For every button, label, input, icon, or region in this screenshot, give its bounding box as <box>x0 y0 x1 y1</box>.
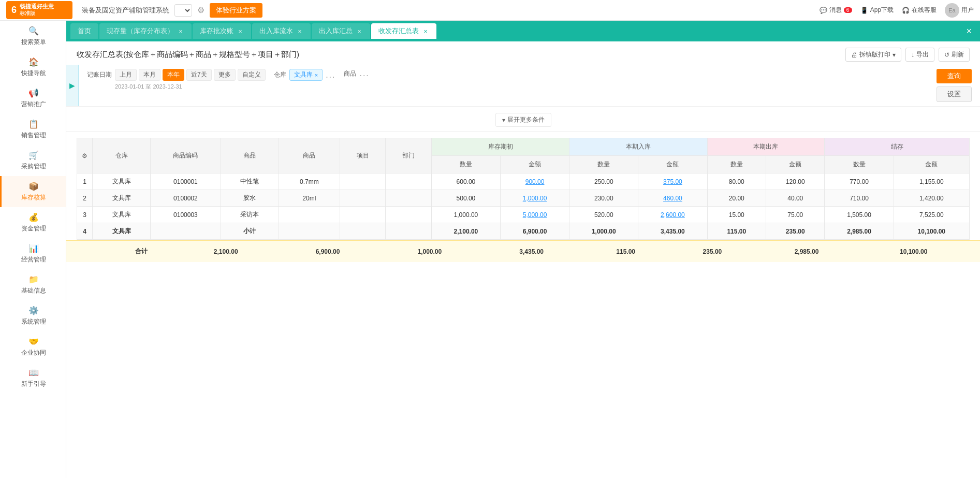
expand-more-btn[interactable]: ▾ 展开更多条件 <box>495 113 551 127</box>
main-layout: 🔍 搜索菜单 🏠 快捷导航 📢 营销推广 📋 销售管理 🛒 采购管理 📦 库存核… <box>0 21 980 478</box>
cell-open-amt: 1,000.00 <box>501 190 569 207</box>
tab-in-out-flow[interactable]: 出入库流水 × <box>252 23 311 39</box>
tab-recv-send-close[interactable]: × <box>422 27 429 35</box>
cell-dept <box>386 190 431 207</box>
tab-inventory-dist-label: 现存量（库存分布表） <box>107 26 174 36</box>
tab-in-out-flow-label: 出入库流水 <box>259 26 293 36</box>
cell-in-amt: 460.00 <box>638 190 707 207</box>
cell-name: 采访本 <box>221 207 279 223</box>
cell-out-qty[interactable]: 15.00 <box>707 207 766 223</box>
sidebar-item-purchase[interactable]: 🛒 采购管理 <box>0 145 66 176</box>
cell-in-qty[interactable]: 230.00 <box>569 190 638 207</box>
cell-spec <box>279 223 340 240</box>
sidebar-item-enterprise[interactable]: 🤝 企业协同 <box>0 331 66 363</box>
tab-batch-ledger-close[interactable]: × <box>237 27 244 35</box>
date-last-month[interactable]: 上月 <box>115 69 137 81</box>
sidebar-item-system[interactable]: ⚙️ 系统管理 <box>0 300 66 331</box>
system-selector[interactable] <box>174 4 192 17</box>
tab-recv-send-label: 收发存汇总表 <box>378 26 419 36</box>
date-this-month[interactable]: 本月 <box>139 69 160 81</box>
table-row: 1 文具库 0100001 中性笔 0.7mm 600.00 900.00 25… <box>77 173 970 190</box>
trial-button[interactable]: 体验行业方案 <box>210 3 262 18</box>
sidebar-item-sales[interactable]: 📋 销售管理 <box>0 114 66 145</box>
sidebar-item-quicknav[interactable]: 🏠 快捷导航 <box>0 52 66 83</box>
cell-out-qty[interactable]: 80.00 <box>707 173 766 190</box>
refresh-button[interactable]: ↺ 刷新 <box>939 48 970 62</box>
warehouse-tag-close[interactable]: × <box>315 72 318 78</box>
print-button[interactable]: 🖨 拆镇版打印 ▾ <box>845 48 901 62</box>
settings-button[interactable]: 设置 <box>937 86 972 102</box>
table-row: 2 文具库 0100002 胶水 20ml 500.00 1,000.00 23… <box>77 190 970 207</box>
tab-batch-ledger[interactable]: 库存批次账 × <box>193 23 251 39</box>
online-service-btn[interactable]: 🎧 在线客服 <box>902 6 937 15</box>
cell-bal-amt: 7,525.00 <box>894 207 969 223</box>
sidebar-label-system: 系统管理 <box>21 317 46 326</box>
cell-code <box>151 223 221 240</box>
avatar-initials: Ea <box>948 7 955 13</box>
cell-name: 胶水 <box>221 190 279 207</box>
user-btn[interactable]: Ea 用户 <box>945 3 974 18</box>
date-more[interactable]: 更多 <box>214 69 236 81</box>
cell-code: 0100003 <box>151 207 221 223</box>
date-buttons-col: 上月 本月 本年 近7天 更多 自定义 2023-01-01 至 2023-12… <box>115 69 266 91</box>
sidebar-item-marketing[interactable]: 📢 营销推广 <box>0 83 66 114</box>
query-button[interactable]: 查询 <box>937 69 972 83</box>
avatar: Ea <box>945 3 959 18</box>
message-btn[interactable]: 💬 消息 6 <box>820 6 852 15</box>
cell-in-qty: 1,000.00 <box>569 223 638 240</box>
goods-more-dots[interactable]: ... <box>359 69 369 78</box>
message-label: 消息 <box>829 6 842 15</box>
date-this-year[interactable]: 本年 <box>163 69 184 81</box>
chevron-right-icon: ▶ <box>69 81 75 90</box>
date-custom[interactable]: 自定义 <box>238 69 266 81</box>
sidebar-item-operations[interactable]: 📊 经营管理 <box>0 238 66 269</box>
global-close-btn[interactable]: × <box>962 26 976 37</box>
tab-recv-send-summary[interactable]: 收发存汇总表 × <box>371 23 436 39</box>
online-service-label: 在线客服 <box>912 6 937 15</box>
footer-open-amt: 6,900.00 <box>277 245 379 258</box>
home-icon: 🏠 <box>28 57 39 67</box>
sidebar-item-basic[interactable]: 📁 基础信息 <box>0 269 66 300</box>
inventory-icon: 📦 <box>28 181 39 191</box>
tab-in-out-flow-close[interactable]: × <box>296 27 303 35</box>
cell-bal-amt: 10,100.00 <box>894 223 969 240</box>
cell-code: 0100002 <box>151 190 221 207</box>
logo-number: 6 <box>11 5 17 16</box>
sidebar-label-sales: 销售管理 <box>21 131 46 140</box>
tab-inventory-dist-close[interactable]: × <box>177 27 184 35</box>
sidebar-label-marketing: 营销推广 <box>21 100 46 109</box>
page-title: 收发存汇总表(按仓库＋商品编码＋商品＋规格型号＋项目＋部门) <box>77 50 299 60</box>
tab-in-out-summary-close[interactable]: × <box>356 27 363 35</box>
query-btns: 查询 设置 <box>937 69 972 102</box>
app-download-btn[interactable]: 📱 App下载 <box>860 6 894 15</box>
tab-inventory-dist[interactable]: 现存量（库存分布表） × <box>99 23 192 39</box>
sidebar-label-basic: 基础信息 <box>21 286 46 295</box>
tab-in-out-summary[interactable]: 出入库汇总 × <box>312 23 370 39</box>
date-last-7[interactable]: 近7天 <box>186 69 212 81</box>
footer-bal-amt: 10,100.00 <box>857 245 970 258</box>
cell-in-qty[interactable]: 520.00 <box>569 207 638 223</box>
warehouse-label: 仓库 <box>274 70 286 79</box>
cell-in-qty[interactable]: 250.00 <box>569 173 638 190</box>
user-label: 用户 <box>961 6 974 15</box>
cell-out-qty[interactable]: 20.00 <box>707 190 766 207</box>
cell-open-qty: 1,000.00 <box>431 207 500 223</box>
sidebar-item-finance[interactable]: 💰 资金管理 <box>0 207 66 238</box>
export-button[interactable]: ↓ 导出 <box>905 48 934 62</box>
warehouse-more-dots[interactable]: ... <box>326 70 335 80</box>
sidebar-item-guide[interactable]: 📖 新手引导 <box>0 363 66 394</box>
footer-out-amt: 235.00 <box>669 245 755 258</box>
sidebar-item-search[interactable]: 🔍 搜索菜单 <box>0 21 66 52</box>
filter-toggle-btn[interactable]: ▶ <box>66 65 79 106</box>
cell-project <box>340 173 385 190</box>
table-settings-icon[interactable]: ⚙ <box>77 138 93 173</box>
settings-icon[interactable]: ⚙ <box>197 5 204 15</box>
tab-home[interactable]: 首页 <box>70 23 98 39</box>
th-name: 商品 <box>221 138 279 173</box>
sidebar-item-inventory[interactable]: 📦 库存核算 <box>0 176 66 207</box>
cell-out-amt: 235.00 <box>766 223 824 240</box>
cell-open-qty: 2,100.00 <box>431 223 500 240</box>
sidebar-label-purchase: 采购管理 <box>21 162 46 171</box>
guide-icon: 📖 <box>28 368 39 378</box>
cell-out-amt: 120.00 <box>766 173 824 190</box>
